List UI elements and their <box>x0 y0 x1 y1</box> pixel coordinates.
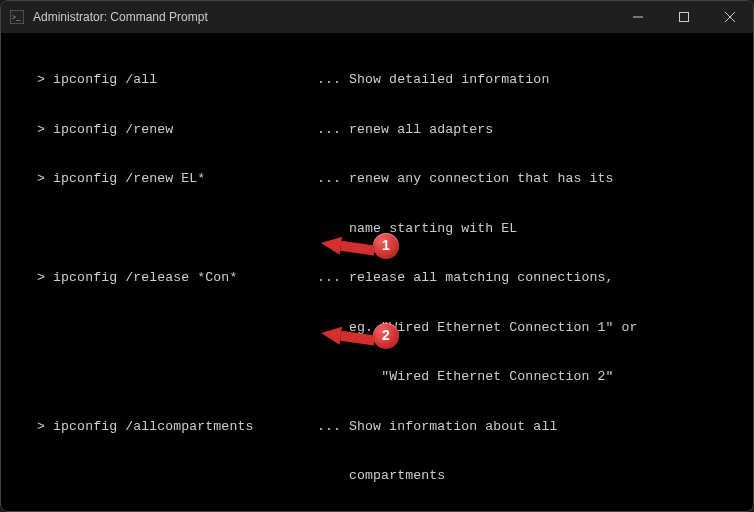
help-cmd: > ipconfig /allcompartments <box>5 419 317 436</box>
svg-text:>_: >_ <box>12 13 20 22</box>
help-desc: ... Show detailed information <box>317 72 749 89</box>
help-desc: eg. "Wired Ethernet Connection 1" or <box>317 320 749 337</box>
help-cmd <box>5 468 317 485</box>
help-cmd <box>5 320 317 337</box>
help-desc: ... renew any connection that has its <box>317 171 749 188</box>
help-desc: compartments <box>317 468 749 485</box>
window-controls <box>615 1 753 33</box>
help-cmd: > ipconfig /all <box>5 72 317 89</box>
help-cmd <box>5 369 317 386</box>
help-desc: ... Show information about all <box>317 419 749 436</box>
help-desc: "Wired Ethernet Connection 2" <box>317 369 749 386</box>
window-title: Administrator: Command Prompt <box>33 10 615 24</box>
help-desc: ... release all matching connections, <box>317 270 749 287</box>
help-cmd: > ipconfig /renew EL* <box>5 171 317 188</box>
help-cmd: > ipconfig /renew <box>5 122 317 139</box>
help-cmd: > ipconfig /release *Con* <box>5 270 317 287</box>
svg-rect-3 <box>680 13 689 22</box>
maximize-button[interactable] <box>661 1 707 33</box>
cmd-icon: >_ <box>9 9 25 25</box>
terminal-body[interactable]: > ipconfig /all... Show detailed informa… <box>1 33 753 511</box>
help-desc: ... renew all adapters <box>317 122 749 139</box>
help-desc: name starting with EL <box>317 221 749 238</box>
help-cmd <box>5 221 317 238</box>
minimize-button[interactable] <box>615 1 661 33</box>
titlebar[interactable]: >_ Administrator: Command Prompt <box>1 1 753 33</box>
close-button[interactable] <box>707 1 753 33</box>
